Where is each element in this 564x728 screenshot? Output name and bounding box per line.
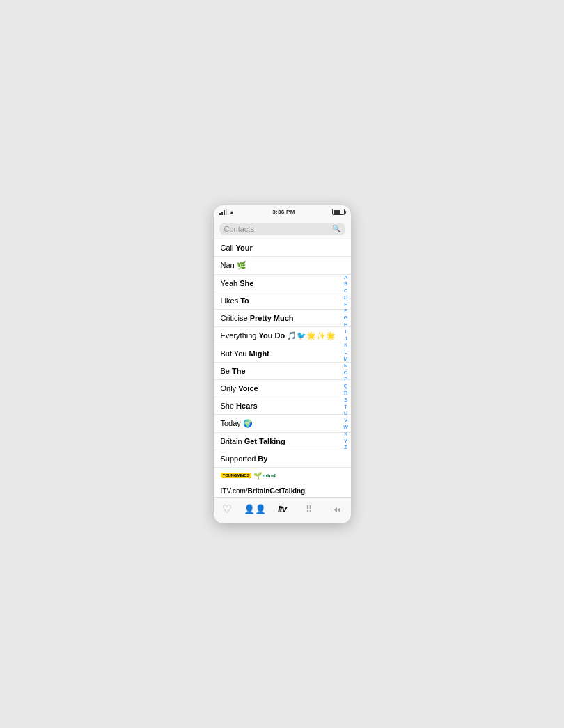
alpha-letter-u[interactable]: U <box>343 410 350 417</box>
alpha-letter-b[interactable]: B <box>343 280 350 287</box>
status-right <box>332 209 345 215</box>
alphabet-sidebar[interactable]: ABCDEFGHIJKLMNOPQRSTUVWXYZ <box>343 274 350 452</box>
main-content: ABCDEFGHIJKLMNOPQRSTUVWXYZ Call YourNan … <box>214 239 351 497</box>
alpha-letter-y[interactable]: Y <box>343 438 350 445</box>
phone-frame: ▲ 3:36 PM Contacts 🔍 ABCDEFGHIJKLMNOPQRS… <box>214 205 351 523</box>
alpha-letter-g[interactable]: G <box>343 315 350 322</box>
contact-row-4[interactable]: Criticise Pretty Much <box>214 310 351 327</box>
contact-prefix-0: Call <box>221 244 234 252</box>
signal-bars <box>219 209 227 215</box>
contact-bold-9: Hears <box>236 402 258 410</box>
mind-logo: 🌱 mind <box>253 472 276 480</box>
alpha-letter-w[interactable]: W <box>343 424 350 431</box>
contact-bold-8: Voice <box>238 384 258 393</box>
contact-suffix-1: 🌿 <box>237 261 246 270</box>
voicemail-icon: ⏮ <box>333 505 341 514</box>
itv-link-prefix: ITV.com/ <box>221 487 248 495</box>
itv-link-bold: BritainGetTalking <box>248 487 306 495</box>
signal-bar-3 <box>224 210 225 215</box>
contact-row-12[interactable]: Supported By <box>214 450 351 468</box>
alpha-letter-t[interactable]: T <box>343 404 350 411</box>
alpha-letter-c[interactable]: C <box>343 287 350 294</box>
wifi-icon: ▲ <box>229 209 235 216</box>
contact-row-6[interactable]: But You Might <box>214 345 351 363</box>
alpha-letter-q[interactable]: Q <box>343 383 350 390</box>
nav-favorites[interactable]: ♡ <box>215 500 239 519</box>
itv-logo-icon: itv <box>278 504 286 514</box>
alpha-letter-r[interactable]: R <box>343 390 350 397</box>
search-input-wrap[interactable]: Contacts 🔍 <box>219 223 345 235</box>
alpha-letter-a[interactable]: A <box>343 274 350 281</box>
contact-row-3[interactable]: Likes To <box>214 292 351 310</box>
contact-row-7[interactable]: Be The <box>214 363 351 380</box>
alpha-letter-z[interactable]: Z <box>343 444 350 451</box>
contact-prefix-8: Only <box>221 384 237 393</box>
contact-suffix-10: 🌍 <box>243 419 253 428</box>
contact-prefix-9: She <box>221 402 235 410</box>
alpha-letter-o[interactable]: O <box>343 370 350 377</box>
contact-prefix-12: Supported <box>221 454 256 463</box>
alpha-letter-m[interactable]: M <box>343 356 350 363</box>
contact-prefix-2: Yeah <box>221 279 238 287</box>
alpha-letter-v[interactable]: V <box>343 417 350 424</box>
status-bar: ▲ 3:36 PM <box>214 205 351 219</box>
contact-prefix-1: Nan <box>221 261 235 269</box>
alpha-letter-j[interactable]: J <box>343 335 350 342</box>
contact-bold-2: She <box>240 279 253 287</box>
alpha-letter-p[interactable]: P <box>343 376 350 383</box>
contact-bold-12: By <box>258 454 267 463</box>
nav-voicemail[interactable]: ⏮ <box>325 500 349 519</box>
contact-bold-4: Pretty Much <box>250 314 294 322</box>
status-time: 3:36 PM <box>272 209 295 215</box>
contact-prefix-10: Today <box>221 419 241 427</box>
alpha-letter-h[interactable]: H <box>343 322 350 329</box>
contact-prefix-3: Likes <box>221 296 239 305</box>
contact-bold-7: The <box>232 367 246 375</box>
contact-prefix-6: But You <box>221 349 247 358</box>
contact-row-10[interactable]: Today 🌍 <box>214 415 351 433</box>
alpha-letter-i[interactable]: I <box>343 329 350 335</box>
contact-bold-11: Get Talking <box>244 437 285 445</box>
contact-bold-5: You Do <box>258 331 285 340</box>
contact-row-11[interactable]: Britain Get Talking <box>214 433 351 450</box>
search-icon: 🔍 <box>332 225 340 232</box>
alpha-letter-x[interactable]: X <box>343 431 350 438</box>
alpha-letter-e[interactable]: E <box>343 301 350 308</box>
contact-bold-0: Your <box>235 244 252 252</box>
contact-list: Call YourNan 🌿Yeah SheLikes ToCriticise … <box>214 239 351 468</box>
contact-bold-6: Might <box>249 349 269 358</box>
nav-keypad[interactable]: ⠿ <box>297 500 321 519</box>
contact-row-9[interactable]: She Hears <box>214 397 351 415</box>
alpha-letter-s[interactable]: S <box>343 397 350 404</box>
signal-bar-2 <box>221 212 223 215</box>
contact-prefix-5: Everything <box>221 331 257 340</box>
alpha-letter-n[interactable]: N <box>343 363 350 370</box>
alpha-letter-d[interactable]: D <box>343 294 350 301</box>
contact-row-2[interactable]: Yeah She <box>214 275 351 292</box>
bottom-nav: ♡ 👤👤 itv ⠿ ⏮ <box>214 497 351 523</box>
favorites-icon: ♡ <box>222 503 232 516</box>
bottom-content: YOUNGMINDS 🌱 mind <box>214 468 351 485</box>
contact-row-1[interactable]: Nan 🌿 <box>214 257 351 275</box>
contact-row-0[interactable]: Call Your <box>214 239 351 257</box>
alpha-letter-f[interactable]: F <box>343 308 350 315</box>
contact-prefix-4: Criticise <box>221 314 248 322</box>
logos-row: YOUNGMINDS 🌱 mind <box>221 472 344 480</box>
signal-bar-1 <box>219 213 221 215</box>
itv-link[interactable]: ITV.com/BritainGetTalking <box>214 485 351 497</box>
search-bar: Contacts 🔍 <box>214 219 351 239</box>
nav-itv[interactable]: itv <box>270 500 294 519</box>
itv-link-row[interactable]: ITV.com/BritainGetTalking <box>214 485 351 497</box>
search-placeholder: Contacts <box>224 225 329 233</box>
contact-row-8[interactable]: Only Voice <box>214 380 351 397</box>
battery-fill <box>334 210 339 214</box>
contact-row-5[interactable]: Everything You Do 🎵🐦🌟✨🌟 <box>214 327 351 345</box>
nav-recents[interactable]: 👤👤 <box>243 500 267 519</box>
alpha-letter-l[interactable]: L <box>343 349 350 356</box>
signal-bar-4 <box>226 209 227 215</box>
alpha-letter-k[interactable]: K <box>343 342 350 349</box>
keypad-icon: ⠿ <box>306 504 313 514</box>
battery-indicator <box>332 209 345 215</box>
recents-icon: 👤👤 <box>244 504 266 514</box>
status-left: ▲ <box>219 209 235 216</box>
